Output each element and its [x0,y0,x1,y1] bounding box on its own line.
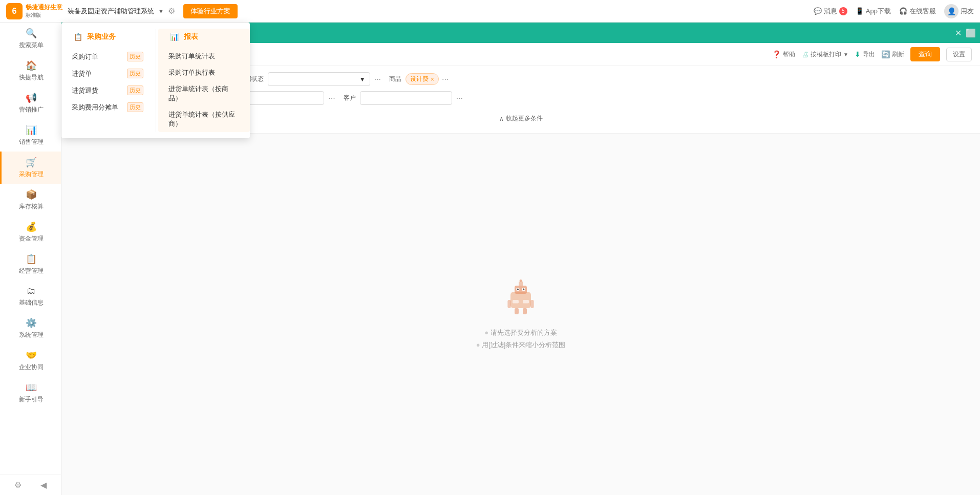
sidebar-label-inventory: 库存核算 [19,202,44,211]
online-service-label: 在线客服 [909,7,936,16]
collapse-label: 收起更多条件 [506,114,543,123]
print-icon: 🖨 [801,50,808,58]
menu-item-order-stat[interactable]: 采购订单统计表 [164,48,244,64]
history-badge-2: 历史 [127,85,143,95]
menu-item-inbound-supplier[interactable]: 进货单统计表（按供应商） [164,106,244,132]
goods-tag-close[interactable]: × [431,76,434,83]
export-btn[interactable]: ⬇ 导出 [855,50,875,59]
sidebar-label-cooperation: 企业协同 [19,363,44,372]
customer-more-btn[interactable]: ··· [456,94,463,103]
sidebar-item-operation[interactable]: 📋 经营管理 [0,248,61,281]
dropdown-col1-title: 📋 采购业务 [68,29,147,48]
message-badge: 5 [839,7,847,15]
empty-state: ● 请先选择要分析的方案 ● 用[过滤]条件来缩小分析范围 [61,134,980,495]
menu-item-inbound-goods[interactable]: 进货单统计表（按商品） [164,81,244,106]
help-btn[interactable]: ❓ 帮助 [772,50,795,59]
collapse-icon: ∧ [499,115,504,122]
logo-icon: 6 [6,3,23,19]
menu-item-purchase-order[interactable]: 采购订单 历史 [68,48,147,65]
system-dropdown-btn[interactable]: ▼ [158,8,164,14]
svg-rect-11 [523,308,527,314]
svg-point-5 [523,289,524,290]
help-icon: ❓ [772,50,781,58]
status-select[interactable]: ▼ [268,72,370,86]
history-badge-1: 历史 [127,69,143,78]
print-dropdown-icon[interactable]: ▼ [843,52,848,57]
menu-item-order-exec[interactable]: 采购订单执行表 [164,64,244,81]
customer-filter: 客户 ··· [344,91,463,105]
system-title-text: 装备及固定资产辅助管理系统 [68,7,154,16]
sidebar: 🔍 搜索菜单 🏠 快捷导航 📢 营销推广 📊 销售管理 🛒 采购管理 📦 库存核… [0,23,61,495]
tab-close-icon[interactable]: ✕ [955,28,962,38]
dropdown-col-purchase: 📋 采购业务 采购订单 历史 进货单 历史 进货退货 历史 采购费用分摊单 历史 [61,29,154,132]
refresh-label: 刷新 [892,50,904,59]
sidebar-item-search[interactable]: 🔍 搜索菜单 [0,23,61,55]
goods-more-btn[interactable]: ··· [442,75,449,84]
industry-btn[interactable]: 体验行业方案 [183,4,238,18]
page-settings-btn[interactable]: 设置 [946,48,972,61]
sidebar-label-guide: 新手引导 [19,395,44,404]
bullet-2: ● [476,341,482,349]
goods-tag-text: 设计费 [410,75,429,83]
sidebar-item-basic[interactable]: 🗂 基础信息 [0,281,61,312]
menu-item-expense[interactable]: 采购费用分摊单 历史 [68,99,147,116]
headset-icon: 🎧 [899,7,907,15]
menu-item-inbound[interactable]: 进货单 历史 [68,65,147,82]
menu-item-return[interactable]: 进货退货 历史 [68,82,147,99]
sidebar-label-marketing: 营销推广 [19,105,44,114]
print-label: 按模板打印 [811,50,841,59]
logo-area: 6 畅捷通好生意 标准版 [6,3,68,19]
svg-rect-6 [513,300,519,303]
inventory-icon: 📦 [26,189,37,200]
guide-icon: 📖 [26,382,37,393]
system-title-area: 装备及固定资产辅助管理系统 ▼ ⚙ 体验行业方案 [68,4,814,18]
export-icon: ⬇ [855,50,861,58]
messages-btn[interactable]: 💬 消息 5 [814,7,847,16]
customer-select[interactable] [360,91,452,105]
app-download-label: App下载 [866,7,891,16]
help-label: 帮助 [783,50,795,59]
settings-icon[interactable]: ⚙ [168,6,175,16]
dropdown-menu: 📋 采购业务 采购订单 历史 进货单 历史 进货退货 历史 采购费用分摊单 历史 [61,23,250,138]
tab-maximize-icon[interactable]: ⬜ [966,28,976,38]
menu-item-return-label: 进货退货 [72,86,98,95]
refresh-btn[interactable]: 🔄 刷新 [881,50,904,59]
user-avatar: 👤 [944,4,958,18]
basic-icon: 🗂 [27,286,36,296]
sidebar-label-operation: 经营管理 [19,267,44,275]
salesperson-more-btn[interactable]: ··· [328,94,335,103]
sidebar-item-system[interactable]: ⚙️ 系统管理 [0,312,61,345]
home-icon: 🏠 [26,60,37,71]
sidebar-item-nav[interactable]: 🏠 快捷导航 [0,55,61,87]
user-label: 用友 [961,7,974,16]
empty-hint-1: ● 请先选择要分析的方案 [484,327,557,339]
svg-rect-7 [523,300,529,303]
online-service-btn[interactable]: 🎧 在线客服 [899,7,936,16]
app-download-btn[interactable]: 📱 App下载 [856,7,891,16]
sidebar-item-finance[interactable]: 💰 资金管理 [0,216,61,248]
sidebar-item-inventory[interactable]: 📦 库存核算 [0,184,61,216]
print-btn[interactable]: 🖨 按模板打印 ▼ [801,50,848,59]
sidebar-item-cooperation[interactable]: 🤝 企业协同 [0,345,61,377]
menu-item-expense-label: 采购费用分摊单 [72,103,118,112]
sidebar-item-purchase[interactable]: 🛒 采购管理 [0,152,61,184]
system-icon: ⚙️ [26,317,37,329]
history-badge-3: 历史 [127,102,143,112]
sidebar-item-sales[interactable]: 📊 销售管理 [0,119,61,152]
query-btn[interactable]: 查询 [910,47,940,61]
sidebar-item-guide[interactable]: 📖 新手引导 [0,377,61,409]
marketing-icon: 📢 [26,92,37,103]
user-area[interactable]: 👤 用友 [944,4,974,18]
logo-text: 6 [12,7,17,16]
menu-item-purchase-order-label: 采购订单 [72,52,98,61]
status-more-btn[interactable]: ··· [374,75,381,84]
brand-line2: 标准版 [26,12,62,19]
sidebar-collapse-icon[interactable]: ◀ [40,480,47,490]
sales-icon: 📊 [26,124,37,136]
sidebar-label-search: 搜索菜单 [19,41,44,50]
svg-rect-8 [507,300,510,308]
sidebar-settings-icon[interactable]: ⚙ [14,480,22,490]
sidebar-item-marketing[interactable]: 📢 营销推广 [0,87,61,119]
sidebar-label-sales: 销售管理 [19,138,44,146]
menu-item-inbound-supplier-label: 进货单统计表（按供应商） [168,110,240,128]
